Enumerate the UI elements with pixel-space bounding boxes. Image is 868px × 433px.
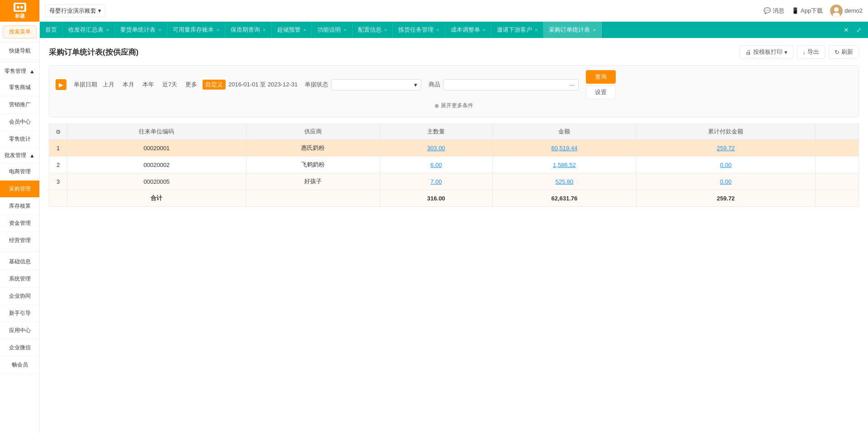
status-select[interactable]: ▾	[331, 79, 421, 90]
tab-receive-summary[interactable]: 收发存汇总表 ×	[63, 22, 115, 38]
cell-paid[interactable]: 259.72	[637, 140, 816, 157]
tab-home[interactable]: 首页	[40, 22, 63, 38]
app-download-action[interactable]: 📱 App下载	[792, 7, 823, 15]
tab-task-manage[interactable]: 拣货任务管理 ×	[393, 22, 445, 38]
tab-warranty-query-label: 保质期查询	[231, 26, 260, 34]
tab-warranty-query[interactable]: 保质期查询 ×	[225, 22, 271, 38]
tab-cost-adjust-close[interactable]: ×	[483, 27, 486, 33]
message-icon: 💬	[764, 7, 771, 14]
member-center-label: 会员中心	[9, 118, 31, 126]
tab-function-desc[interactable]: 功能说明 ×	[312, 22, 352, 38]
tab-invite-downstream-close[interactable]: ×	[535, 27, 538, 33]
sidebar-item-member-center[interactable]: 会员中心	[0, 114, 39, 131]
cell-supplier: 惠氏奶粉	[246, 140, 380, 157]
refresh-icon: ↻	[835, 49, 840, 56]
search-menu-button[interactable]: 搜索菜单	[3, 25, 37, 38]
tab-config-info-label: 配置信息	[358, 26, 382, 34]
sidebar-item-enterprise-wechat[interactable]: 企业微信	[0, 339, 39, 357]
sidebar-item-basic-info[interactable]: 基础信息	[0, 253, 39, 271]
print-icon: 🖨	[745, 49, 751, 56]
cell-paid[interactable]: 0.00	[637, 157, 816, 173]
tab-close-all-button[interactable]: ✕	[841, 25, 852, 34]
tab-config-info[interactable]: 配置信息 ×	[353, 22, 393, 38]
sidebar-item-marketing[interactable]: 营销推广	[0, 96, 39, 114]
sidebar-item-new-guide[interactable]: 新手引导	[0, 305, 39, 322]
tab-maximize-button[interactable]: ⤢	[854, 25, 864, 34]
sidebar-item-retail-mgmt[interactable]: 零售管理 ▲	[0, 64, 39, 79]
sidebar-item-system-mgmt[interactable]: 系统管理	[0, 271, 39, 288]
tab-task-manage-close[interactable]: ×	[436, 27, 439, 33]
svg-point-5	[833, 13, 840, 17]
message-action[interactable]: 💬 消息	[764, 7, 784, 15]
shortcut-this-month[interactable]: 本月	[120, 80, 137, 90]
settings-button[interactable]: 设置	[586, 86, 616, 99]
tab-invite-downstream[interactable]: 邀请下游客户 ×	[491, 22, 543, 38]
tab-purchase-stats[interactable]: 采购订单统计表 ×	[543, 22, 601, 38]
print-button[interactable]: 🖨 按模板打印 ▾	[740, 45, 793, 59]
tab-purchase-stats-close[interactable]: ×	[593, 27, 595, 33]
sidebar-item-purchase-mgmt[interactable]: 采购管理	[0, 181, 39, 198]
cell-qty[interactable]: 303.00	[380, 140, 492, 157]
table-settings-icon[interactable]: ⚙	[49, 124, 67, 140]
tab-goods-stats-close[interactable]: ×	[158, 27, 161, 33]
cell-qty[interactable]: 7.00	[380, 173, 492, 190]
shortcut-more[interactable]: 更多	[183, 80, 200, 90]
tab-cost-adjust[interactable]: 成本调整单 ×	[445, 22, 491, 38]
shortcut-7days[interactable]: 近7天	[160, 80, 180, 90]
filter-status-group: 单据状态 ▾	[305, 79, 421, 90]
tab-home-label: 首页	[45, 26, 57, 34]
cell-supplier: 飞鹤奶粉	[246, 157, 380, 173]
message-label: 消息	[773, 7, 784, 15]
expand-more-button[interactable]: ⊕ 展开更多条件	[56, 99, 852, 112]
tab-config-info-close[interactable]: ×	[384, 27, 387, 33]
sidebar-item-retail-mall[interactable]: 零售商城	[0, 79, 39, 96]
goods-select[interactable]: ···	[443, 79, 579, 90]
sidebar-item-capital-mgmt[interactable]: 资金管理	[0, 215, 39, 232]
sidebar-item-wholesale-mgmt[interactable]: 批发管理 ▲	[0, 148, 39, 163]
col-extra	[815, 124, 859, 140]
export-button[interactable]: ↓ 导出	[797, 45, 826, 59]
cell-qty[interactable]: 6.00	[380, 157, 492, 173]
footer-empty-1	[49, 190, 67, 207]
tab-function-desc-label: 功能说明	[317, 26, 341, 34]
refresh-label: 刷新	[841, 48, 853, 56]
sidebar-item-app-center[interactable]: 应用中心	[0, 322, 39, 339]
workspace-selector[interactable]: 母婴行业演示账套 ▾	[45, 5, 105, 17]
print-label: 按模板打印	[753, 48, 783, 56]
tab-goods-stats[interactable]: 要货单统计表 ×	[115, 22, 167, 38]
tab-inventory-account[interactable]: 可用量库存账本 ×	[167, 22, 225, 38]
query-button[interactable]: 查询	[586, 70, 616, 84]
sidebar-item-enterprise-coop[interactable]: 企业协同	[0, 288, 39, 305]
tab-overstock-warning[interactable]: 超储预警 ×	[272, 22, 312, 38]
sidebar-item-inventory-check[interactable]: 库存核算	[0, 198, 39, 215]
shortcut-custom-tag[interactable]: 自定义	[203, 80, 226, 90]
tab-receive-summary-close[interactable]: ×	[106, 27, 109, 33]
retail-mgmt-label: 零售管理	[5, 67, 26, 75]
sidebar-item-quick-nav[interactable]: 快捷导航	[0, 43, 39, 60]
shortcut-this-year[interactable]: 本年	[140, 80, 157, 90]
retail-stats-label: 零售统计	[9, 135, 31, 143]
cell-paid[interactable]: 0.00	[637, 173, 816, 190]
table-row[interactable]: 100020001惠氏奶粉303.0060,519.44259.72	[49, 140, 859, 157]
sidebar-item-member[interactable]: 畅会员	[0, 357, 39, 374]
user-profile-action[interactable]: demo2	[830, 5, 863, 17]
tab-inventory-account-close[interactable]: ×	[217, 27, 219, 33]
data-table: ⚙ 往来单位编码 供应商 主数量 金额 累计付款金额 100020001惠氏奶粉…	[49, 124, 859, 207]
cell-amount[interactable]: 60,519.44	[492, 140, 636, 157]
filter-date-group: 单据日期 上月 本月 本年 近7天 更多 自定义 2016-01-01 至 20…	[74, 80, 297, 90]
cell-amount[interactable]: 525.80	[492, 173, 636, 190]
sidebar-item-retail-stats[interactable]: 零售统计	[0, 131, 39, 148]
table-row[interactable]: 300020005好孩子7.00525.800.00	[49, 173, 859, 190]
shortcut-last-month[interactable]: 上月	[100, 80, 117, 90]
tab-warranty-query-close[interactable]: ×	[263, 27, 265, 33]
filter-toggle-button[interactable]: ▶	[56, 79, 66, 90]
filter-row-main: ▶ 单据日期 上月 本月 本年 近7天 更多 自定义 20	[56, 70, 852, 99]
refresh-button[interactable]: ↻ 刷新	[829, 45, 859, 59]
tab-function-desc-close[interactable]: ×	[344, 27, 346, 33]
cell-amount[interactable]: 1,586.52	[492, 157, 636, 173]
sidebar-item-operation-mgmt[interactable]: 经营管理	[0, 232, 39, 249]
tab-overstock-warning-close[interactable]: ×	[303, 27, 306, 33]
sidebar-item-ecommerce-mgmt[interactable]: 电商管理	[0, 163, 39, 181]
ecommerce-mgmt-label: 电商管理	[9, 168, 31, 176]
table-row[interactable]: 200020002飞鹤奶粉6.001,586.520.00	[49, 157, 859, 173]
